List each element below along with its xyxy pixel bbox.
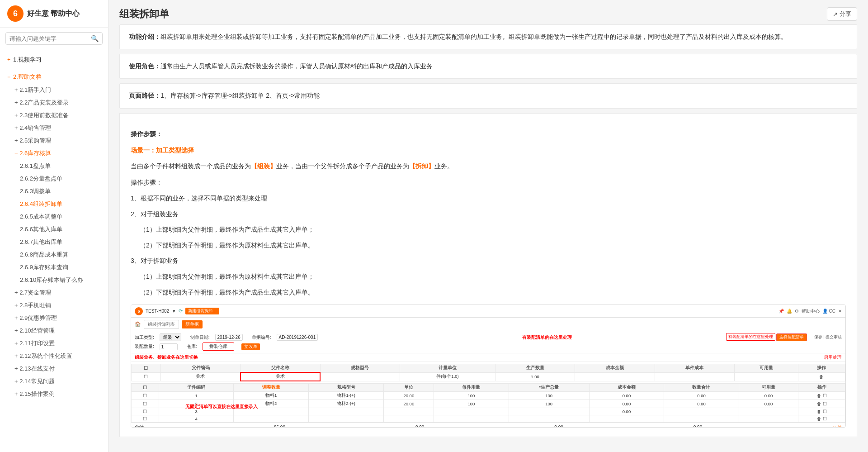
mini-tab-detail[interactable]: 新单据 [182,320,203,328]
sidebar-item-2-1[interactable]: + 2.1新手入门 [0,84,108,96]
step3: 3、对于拆卸业务 [131,255,846,267]
sidebar-item-2-4[interactable]: + 2.4销售管理 [0,122,108,134]
sidebar-item-video[interactable]: + 1.视频学习 [0,53,108,67]
mini-logo: 6 [135,307,143,315]
sidebar-item-2-6-1[interactable]: 2.6.1盘点单 [0,160,108,172]
mini-confirm-btn[interactable]: 立 发单 [241,343,260,350]
step3-sub1: （1）上部明细为父件明细，最终作为原材料生成其它出库单； [131,271,846,283]
col-sub-spec: 规格型号 [308,384,384,392]
table-row-sub4: ☐ 4 🗑 ☐ [132,415,845,423]
search-box[interactable]: 🔍 [5,32,103,45]
plus-2-13: + [14,365,19,372]
sidebar-item-2-6-6[interactable]: 2.6.6其他入库单 [0,223,108,236]
col-sub-cost: 成本金额 [589,384,664,392]
col-available: 可用量 [735,364,798,373]
cell-unitcost [655,372,734,381]
total-avail: 0.00 [693,425,702,428]
intro-label: 功能介绍： [129,33,160,40]
expand-icon-video: + [7,57,10,63]
sidebar-item-2-8[interactable]: + 2.8手机旺铺 [0,299,108,312]
sidebar-item-2-6-8[interactable]: 2.6.8商品成本重算 [0,248,108,261]
search-input[interactable] [9,35,91,42]
total-amount: 0.00 [554,425,563,428]
sidebar-item-2-2[interactable]: + 2.2产品安装及登录 [0,96,108,109]
cell-cb[interactable]: ☐ [132,372,161,381]
annotation-box-1: 有装配清单的在这里处理 [726,333,775,341]
cell-action[interactable]: 🗑 [798,372,845,381]
mini-avatar: 👤 CC [822,309,835,314]
col-sub-op: 可用量 [739,384,798,392]
sidebar-item-2-11[interactable]: + 2.11打印设置 [0,337,108,350]
sidebar-item-2-6-3[interactable]: 2.6.3调拨单 [0,185,108,198]
intro-text: 组装拆卸单用来处理企业组装或拆卸等加工业务，支持有固定装配清单的产品加工业务，也… [160,33,787,40]
mini-bom-btn[interactable]: 选择装配清单 [776,333,807,341]
scenario1-header: 场景一：加工类型选择 [131,144,846,157]
page-title: 组装拆卸单 [119,7,169,21]
sidebar-item-2-3[interactable]: + 2.3使用前数据准备 [0,109,108,122]
mini-sync-icon: ⟳ [179,308,183,314]
mini-tab-list[interactable]: 组装拆卸列表 [144,320,179,329]
col-count: 生产数量 [495,364,575,373]
cell-avail [735,372,798,381]
cell-count: 1.00 [495,372,575,381]
mini-type-select[interactable]: 组装 拆卸 [160,333,181,341]
step2-sub1: （1）上部明细为父件明细，最终作为产成品生成其它入库单； [131,224,846,236]
plus-2-5: + [14,137,19,144]
main-header: 组装拆卸单 ↗ 分享 [108,0,868,24]
plus-2-8: + [14,302,19,309]
cell-unit: 件(每个1.0) [400,372,495,381]
mini-upper-table: ☐ 父件编码 父件名称 规格型号 计量单位 生产数量 成本金额 单件成本 可用量 [131,364,845,381]
mini-topbar-right: 📌 🔔 ⚙ 帮助中心 👤 CC ✕ [778,308,842,314]
sidebar-item-2-6-7[interactable]: 2.6.7其他出库单 [0,236,108,248]
col-parent-code: 父件编码 [160,364,240,373]
plus-2-7: + [14,289,19,296]
mini-subnav: 🏠 组装拆卸列表 新单据 [131,318,845,331]
screenshot-container: 6 TEST-H002 ▼ ⟳ 新建组装拆卸… 📌 🔔 ⚙ 帮助中心 [131,305,846,428]
sidebar-item-2-6-4[interactable]: 2.6.4组装拆卸单 [0,198,108,210]
app-logo: 6 [7,5,24,22]
mini-code-label: 单据编号: [252,334,271,341]
annotation-5: 无固定清单可以直接在这里直接录入 [185,404,258,410]
path-text: 1、库存核算->库存管理->组装拆卸单 2、首页->常用功能 [160,92,320,99]
search-icon[interactable]: 🔍 [91,35,99,42]
mini-code-value: AD-20191226-001 [277,334,318,341]
col-unit-cost: 单件成本 [655,364,734,373]
sidebar-item-2-14[interactable]: + 2.14常见问题 [0,375,108,388]
cell-cost [575,372,655,381]
path-section: 页面路径：1、库存核算->库存管理->组装拆卸单 2、首页->常用功能 [119,83,857,108]
annotation-3: 组装业务、拆卸业务在这里切换 [135,354,198,361]
nav-section-help: − 2.帮助文档 + 2.1新手入门 + 2.2产品安装及登录 + 2.3使用前… [0,68,108,402]
sidebar-item-2-6[interactable]: − 2.6库存核算 [0,147,108,160]
mini-icon3: ⚙ [795,309,799,314]
mini-new-btn[interactable]: 新建组装拆卸… [185,308,219,314]
col-sub-total: *生产总量 [509,384,589,392]
mini-home-icon: 🏠 [135,321,141,327]
sidebar-item-2-6-5[interactable]: 2.6.5成本调整单 [0,210,108,223]
plus-2-2: + [14,99,19,106]
role-text: 通常由生产人员或库管人员完成拆装业务的操作，库管人员确认原材料的出库和产成品的入… [160,62,433,70]
plus-2-11: + [14,340,19,347]
share-button[interactable]: ↗ 分享 [827,7,857,21]
sidebar-item-2-6-2[interactable]: 2.6.2分量盘点单 [0,172,108,185]
mini-warehouse-input[interactable]: 拼装仓库 [203,343,234,351]
sidebar-item-2-15[interactable]: + 2.15操作案例 [0,388,108,400]
sidebar-item-2-9[interactable]: + 2.9优惠券管理 [0,312,108,324]
step3-sub2: （2）下部明细为子件明细，最终作为产成品生成其它入库单。 [131,286,846,299]
sidebar-item-help-docs[interactable]: − 2.帮助文档 [0,70,108,84]
sidebar-item-2-12[interactable]: + 2.12系统个性化设置 [0,350,108,362]
mini-qty-input[interactable] [160,343,178,350]
nav-tree: + 1.视频学习 − 2.帮助文档 + 2.1新手入门 + 2.2产品安装及登录… [0,49,108,452]
plus-2-9: + [14,314,19,321]
mini-action-btns: 保存 | 提交审核 [814,334,842,340]
sidebar-item-2-5[interactable]: + 2.5采购管理 [0,134,108,147]
sidebar-item-2-6-9[interactable]: 2.6.9库存账本查询 [0,261,108,274]
expand-icon-help: − [7,74,10,80]
plus-2-12: + [14,352,19,359]
sidebar-item-2-10[interactable]: + 2.10经营管理 [0,324,108,337]
col-sub-unit: 单位 [384,384,434,392]
sidebar-item-2-6-10[interactable]: 2.6.10库存账本错了么办 [0,274,108,286]
app-title: 好生意 帮助中心 [27,9,80,19]
sidebar-item-2-13[interactable]: + 2.13在线支付 [0,362,108,375]
mini-close-icon[interactable]: ✕ [838,309,842,314]
sidebar-item-2-7[interactable]: + 2.7资金管理 [0,286,108,299]
